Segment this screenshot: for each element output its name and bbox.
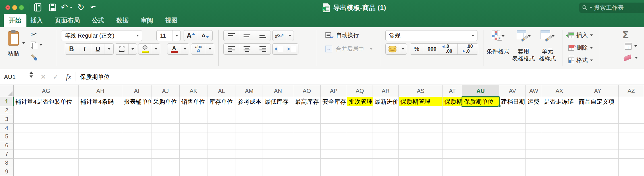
cell-AW2[interactable] [526,106,542,115]
search-scope-chevron-icon[interactable] [589,7,592,9]
cell-AP6[interactable] [321,141,347,150]
cell-styles-button[interactable]: 单元 格样式 [539,30,556,62]
cell-AL2[interactable] [207,106,236,115]
decrease-indent-button[interactable] [273,44,285,54]
cell-AI2[interactable] [122,106,151,115]
cell-AG3[interactable] [14,115,79,124]
cell-AO3[interactable] [293,115,321,124]
cell-AS6[interactable] [399,141,443,150]
cell-AV2[interactable] [499,106,526,115]
cell-AH1[interactable]: 辅计量4条码 [79,97,122,106]
cell-AI6[interactable] [122,141,151,150]
cell-AM3[interactable] [236,115,263,124]
cell-AK4[interactable] [180,124,207,132]
cell-AY4[interactable] [577,124,619,132]
cell-AG1[interactable]: 辅计量4是否包装单位 [14,97,79,106]
fill-color-button[interactable] [138,44,152,54]
cell-AW9[interactable] [526,167,542,176]
cell-AU1[interactable]: 保质期单位 [462,97,499,106]
cell-AY1[interactable]: 商品自定义项 [577,97,619,106]
cell-AW7[interactable] [526,150,542,159]
cell-AK2[interactable] [180,106,207,115]
cell-AV3[interactable] [499,115,526,124]
cell-AW1[interactable]: 运费 [526,97,542,106]
cell-AY6[interactable] [577,141,619,150]
cell-AW3[interactable] [526,115,542,124]
cell-AO5[interactable] [293,132,321,141]
cell-AN9[interactable] [263,167,293,176]
wrap-text-button[interactable]: ↩ 自动换行 [325,31,359,39]
cell-AJ1[interactable]: 采购单位 [151,97,180,106]
cell-AR4[interactable] [373,124,399,132]
cell-AX5[interactable] [542,132,577,141]
cell-AG5[interactable] [14,132,79,141]
cell-AO1[interactable]: 最高库存 [293,97,321,106]
row-header-2[interactable]: 2 [0,106,14,115]
tab-page-layout[interactable]: 页面布局 [55,16,80,25]
format-painter-button[interactable] [30,54,39,63]
undo-dropdown-arrow-icon[interactable] [70,7,72,8]
cell-AM9[interactable] [236,167,263,176]
cell-AK5[interactable] [180,132,207,141]
cell-AL7[interactable] [207,150,236,159]
cell-AG4[interactable] [14,124,79,132]
cell-AS1[interactable]: 保质期管理 [399,97,443,106]
cell-AT3[interactable] [443,115,462,124]
fill-dropdown[interactable] [634,45,637,47]
name-box[interactable]: AU1 [0,69,37,85]
cell-AW8[interactable] [526,159,542,167]
cell-AJ8[interactable] [151,159,180,167]
name-box-stepper[interactable] [30,71,33,78]
row-header-1[interactable]: 1 [0,97,14,106]
delete-cells-dropdown[interactable] [590,47,593,49]
column-header-AX[interactable]: AX [542,85,577,97]
cell-AZ8[interactable] [619,159,644,167]
cell-AL1[interactable]: 库存单位 [207,97,236,106]
tab-data[interactable]: 数据 [116,16,129,25]
autosum-button[interactable]: Σ [622,29,629,40]
cell-AG9[interactable] [14,167,79,176]
search-input[interactable]: 搜索工作表 [579,3,644,13]
cell-AX3[interactable] [542,115,577,124]
cell-AJ7[interactable] [151,150,180,159]
cell-AM2[interactable] [236,106,263,115]
cell-AK6[interactable] [180,141,207,150]
increase-indent-button[interactable] [285,44,298,54]
merge-center-dropdown[interactable] [370,48,373,50]
select-all-corner[interactable] [0,85,14,97]
cell-AQ4[interactable] [347,124,373,132]
cell-AW5[interactable] [526,132,542,141]
cell-AO8[interactable] [293,159,321,167]
cell-AN7[interactable] [263,150,293,159]
cell-AJ9[interactable] [151,167,180,176]
cell-AG7[interactable] [14,150,79,159]
font-name-dropdown[interactable] [133,30,142,41]
cell-AT8[interactable] [443,159,462,167]
underline-dropdown[interactable] [105,44,113,54]
cell-AQ9[interactable] [347,167,373,176]
column-header-AS[interactable]: AS [399,85,443,97]
cell-AQ5[interactable] [347,132,373,141]
cell-AS3[interactable] [399,115,443,124]
cell-AT9[interactable] [443,167,462,176]
font-size-combo[interactable]: 11 [156,30,181,41]
borders-button[interactable] [115,44,129,54]
cell-AX4[interactable] [542,124,577,132]
column-header-AI[interactable]: AI [122,85,151,97]
cell-AT6[interactable] [443,141,462,150]
cell-AO9[interactable] [293,167,321,176]
cell-AJ2[interactable] [151,106,180,115]
row-header-8[interactable]: 8 [0,159,14,167]
row-header-3[interactable]: 3 [0,115,14,124]
tab-formulas[interactable]: 公式 [92,16,104,25]
cell-AI1[interactable]: 报表辅单位 [122,97,151,106]
cell-AQ3[interactable] [347,115,373,124]
cell-AS9[interactable] [399,167,443,176]
cell-AU2[interactable] [462,106,499,115]
cell-AM6[interactable] [236,141,263,150]
italic-button[interactable]: I [78,44,91,54]
cell-AO4[interactable] [293,124,321,132]
cell-AV4[interactable] [499,124,526,132]
cell-AI7[interactable] [122,150,151,159]
formula-bar-content[interactable]: 保质期单位 [80,73,110,81]
